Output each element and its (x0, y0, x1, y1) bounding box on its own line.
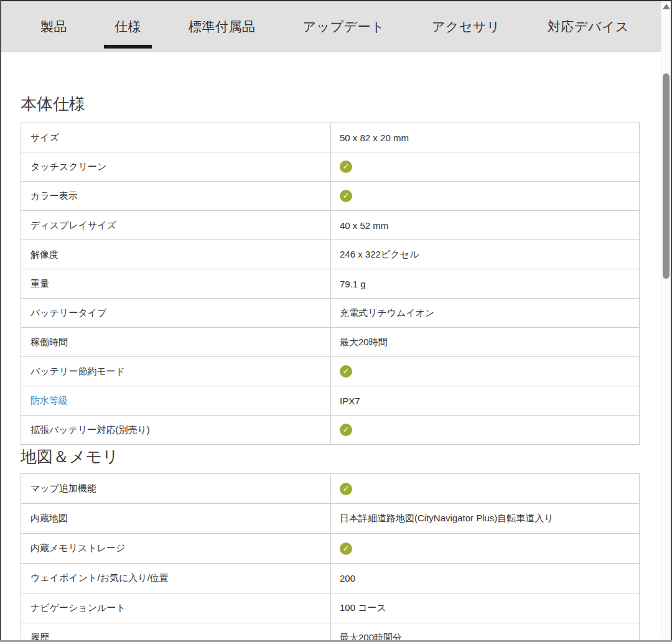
spec-value: 100 コース (331, 593, 639, 623)
tab-updates[interactable]: アップデート (292, 1, 395, 52)
spec-label: 内蔵メモリストレージ (21, 534, 331, 563)
waterproof-rating-link[interactable]: 防水等級 (30, 395, 68, 407)
scroll-up-arrow-icon[interactable] (663, 4, 670, 9)
tab-label: 仕様 (114, 18, 141, 35)
product-spec-page: 製品 仕様 標準付属品 アップデート アクセサリ 対応デバイス 本体仕様 サイズ… (0, 0, 672, 642)
tab-compatible-devices[interactable]: 対応デバイス (537, 1, 640, 52)
spec-value: 40 x 52 mm (331, 211, 639, 240)
spec-value: ✓ (331, 152, 639, 181)
spec-label: 解像度 (21, 240, 331, 269)
spec-value: ✓ (331, 357, 639, 386)
spec-label: マップ追加機能 (21, 474, 331, 503)
spec-value: 日本詳細道路地図(CityNavigator Plus)自転車道入り (331, 504, 639, 533)
section-title: 地図＆メモリ (21, 446, 640, 467)
spec-label: 履歴 (21, 623, 331, 642)
spec-row: バッテリータイプ 充電式リチウムイオン (21, 299, 639, 328)
spec-value: 200 (331, 564, 639, 593)
spec-row: マップ追加機能 ✓ (21, 474, 639, 504)
spec-value: ✓ (331, 474, 639, 503)
check-circle-icon: ✓ (340, 542, 352, 555)
spec-value: 最大20時間 (331, 328, 639, 356)
tab-label: 標準付属品 (189, 18, 256, 35)
spec-label: バッテリー節約モード (21, 357, 331, 386)
spec-section: 本体仕様 サイズ 50 x 82 x 20 mm タッチスクリーン ✓ カラー表… (21, 93, 640, 445)
window-edge-left (0, 0, 1, 642)
check-circle-icon: ✓ (340, 365, 352, 378)
tab-specs[interactable]: 仕様 (104, 1, 152, 52)
spec-table: マップ追加機能 ✓ 内蔵地図 日本詳細道路地図(CityNavigator Pl… (21, 473, 640, 642)
spec-table: サイズ 50 x 82 x 20 mm タッチスクリーン ✓ カラー表示 ✓ デ… (21, 123, 640, 445)
spec-row: 防水等級 IPX7 (21, 386, 639, 416)
tab-bar: 製品 仕様 標準付属品 アップデート アクセサリ 対応デバイス (1, 1, 661, 52)
spec-row: カラー表示 ✓ (21, 182, 639, 211)
spec-row: 履歴 最大200時間分 (21, 623, 639, 642)
spec-value: 50 x 82 x 20 mm (331, 123, 639, 152)
spec-label: 内蔵地図 (21, 504, 331, 533)
tab-label: 対応デバイス (548, 18, 629, 35)
spec-section: 地図＆メモリ マップ追加機能 ✓ 内蔵地図 日本詳細道路地図(CityNavig… (21, 446, 640, 642)
spec-label: バッテリータイプ (21, 299, 331, 327)
spec-row: ディスプレイサイズ 40 x 52 mm (21, 211, 639, 240)
tab-label: アップデート (303, 18, 385, 35)
check-circle-icon: ✓ (340, 160, 352, 173)
spec-value: 最大200時間分 (331, 623, 639, 642)
spec-label: 防水等級 (21, 386, 331, 415)
spec-label: ウェイポイント/お気に入り/位置 (21, 564, 331, 593)
spec-label: 重量 (21, 269, 331, 298)
spec-row: 解像度 246 x 322ピクセル (21, 240, 639, 269)
scrollbar[interactable] (661, 1, 671, 641)
spec-row: 内蔵メモリストレージ ✓ (21, 534, 639, 564)
spec-value: 79.1 g (331, 269, 639, 298)
spec-label: ナビゲーションルート (21, 593, 331, 623)
check-circle-icon: ✓ (340, 190, 352, 202)
spec-value: ✓ (331, 416, 639, 444)
spec-row: 拡張バッテリー対応(別売り) ✓ (21, 416, 639, 445)
tab-label: 製品 (40, 18, 67, 35)
spec-label: 拡張バッテリー対応(別売り) (21, 416, 331, 444)
spec-row: バッテリー節約モード ✓ (21, 357, 639, 386)
spec-label: タッチスクリーン (21, 152, 331, 181)
spec-content: 本体仕様 サイズ 50 x 82 x 20 mm タッチスクリーン ✓ カラー表… (21, 53, 640, 642)
spec-label: ディスプレイサイズ (21, 211, 331, 240)
spec-row: ナビゲーションルート 100 コース (21, 593, 639, 623)
spec-label: カラー表示 (21, 182, 331, 210)
spec-row: 内蔵地図 日本詳細道路地図(CityNavigator Plus)自転車道入り (21, 504, 639, 534)
window-edge-top (0, 0, 672, 1)
tab-product[interactable]: 製品 (30, 1, 78, 52)
tab-included-items[interactable]: 標準付属品 (178, 1, 266, 52)
spec-label: 稼働時間 (21, 328, 331, 356)
check-circle-icon: ✓ (340, 424, 352, 436)
spec-value: IPX7 (331, 386, 639, 415)
spec-value: 246 x 322ピクセル (331, 240, 639, 269)
spec-value: ✓ (331, 534, 639, 563)
spec-label: サイズ (21, 123, 331, 152)
tab-accessories[interactable]: アクセサリ (421, 1, 511, 52)
scrollbar-thumb[interactable] (663, 73, 670, 279)
spec-row: サイズ 50 x 82 x 20 mm (21, 123, 639, 152)
spec-row: 稼働時間 最大20時間 (21, 328, 639, 357)
spec-value: ✓ (331, 182, 639, 210)
spec-row: 重量 79.1 g (21, 269, 639, 299)
spec-row: タッチスクリーン ✓ (21, 152, 639, 182)
section-title: 本体仕様 (21, 93, 640, 114)
spec-value: 充電式リチウムイオン (331, 299, 639, 327)
tab-label: アクセサリ (432, 18, 500, 35)
spec-row: ウェイポイント/お気に入り/位置 200 (21, 564, 639, 593)
check-circle-icon: ✓ (340, 483, 352, 495)
